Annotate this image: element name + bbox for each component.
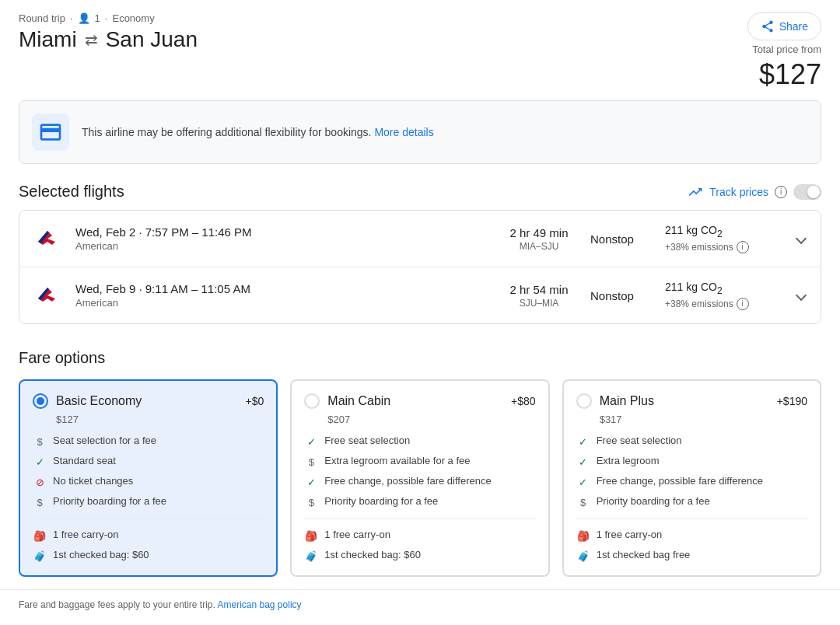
flight2-co2: 211 kg CO2 <box>665 281 782 296</box>
fare-feature: $ Priority boarding for a fee <box>576 495 807 509</box>
origin-city: Miami <box>19 27 77 52</box>
flight-info-1: Wed, Feb 2 · 7:57 PM – 11:46 PM American <box>75 225 488 252</box>
check-icon: ✓ <box>304 475 318 489</box>
chevron-down-icon <box>796 233 807 244</box>
track-prices-container: Track prices i <box>688 184 821 200</box>
share-button[interactable]: Share <box>747 12 821 40</box>
check-icon: ✓ <box>33 455 47 469</box>
feature-text: Priority boarding for a fee <box>597 495 710 507</box>
fare-header-main: Main Cabin +$80 <box>304 393 535 409</box>
feature-text: Extra legroom available for a fee <box>324 455 470 466</box>
fare-radio-main[interactable] <box>304 393 320 409</box>
fare-card-main-cabin[interactable]: Main Cabin +$80 $207 ✓ Free seat selecti… <box>290 379 549 577</box>
flight-row: Wed, Feb 2 · 7:57 PM – 11:46 PM American… <box>19 211 821 267</box>
fare-feature: ✓ Standard seat <box>33 455 264 469</box>
dollar-icon: $ <box>304 495 318 509</box>
fare-card-basic-economy[interactable]: Basic Economy +$0 $127 $ Seat selection … <box>19 379 278 577</box>
fare-radio-basic[interactable] <box>33 393 48 409</box>
feature-text: Free change, possible fare difference <box>324 475 491 487</box>
feature-text: Standard seat <box>53 455 116 466</box>
share-icon <box>761 19 775 33</box>
feature-text: Seat selection for a fee <box>53 435 156 446</box>
share-label: Share <box>779 20 808 33</box>
info-banner: This airline may be offering additional … <box>19 100 821 164</box>
flights-container: Wed, Feb 2 · 7:57 PM – 11:46 PM American… <box>19 210 821 324</box>
selected-flights-header: Selected flights Track prices i <box>0 176 840 210</box>
fare-divider <box>33 519 264 519</box>
suitcase-icon: 🧳 <box>304 549 318 563</box>
flexibility-icon <box>32 113 69 151</box>
carry-on-feature: 🎒 1 free carry-on <box>33 529 264 543</box>
flight2-departure: 9:11 AM <box>145 282 188 295</box>
flight2-emissions: 211 kg CO2 +38% emissions i <box>665 281 782 310</box>
fare-feature: ✓ Extra legroom <box>576 455 807 469</box>
carry-on-text: 1 free carry-on <box>53 529 119 540</box>
fare-features-basic: $ Seat selection for a fee ✓ Standard se… <box>33 435 264 509</box>
trip-route: Miami ⇄ San Juan <box>19 27 198 52</box>
header-left: Round trip · 👤 1 · Economy Miami ⇄ San J… <box>19 12 198 52</box>
feature-text: No ticket changes <box>53 475 133 487</box>
feature-text: Free seat selection <box>597 435 682 446</box>
track-prices-label: Track prices <box>709 186 768 198</box>
bag-policy-link[interactable]: American bag policy <box>218 599 302 610</box>
carry-on-text: 1 free carry-on <box>324 529 390 540</box>
check-icon: ✓ <box>576 435 590 449</box>
fare-price-plus: $317 <box>600 414 807 425</box>
fare-name-main: Main Cabin <box>327 394 503 408</box>
price-value: $127 <box>759 58 821 91</box>
fare-price-basic: $127 <box>56 414 264 425</box>
emissions-info-icon[interactable]: i <box>737 241 749 253</box>
flight1-emissions-pct: +38% emissions i <box>665 241 782 253</box>
flight1-stops: Nonstop <box>590 232 653 246</box>
baggage-section-plus: 🎒 1 free carry-on 🧳 1st checked bag free <box>576 529 807 563</box>
flight2-route: SJU–MIA <box>500 298 578 309</box>
trip-meta: Round trip · 👤 1 · Economy <box>19 12 198 24</box>
dollar-icon: $ <box>576 495 590 509</box>
fare-price-main: $207 <box>327 414 535 425</box>
track-prices-toggle[interactable] <box>793 184 821 200</box>
flight1-departure: 7:57 PM <box>145 225 189 239</box>
feature-text: Priority boarding for a fee <box>324 495 438 507</box>
dollar-icon: $ <box>33 495 47 509</box>
flight1-co2: 211 kg CO2 <box>665 224 782 239</box>
page-footer: Fare and baggage fees apply to your enti… <box>0 589 840 620</box>
fare-card-main-plus[interactable]: Main Plus +$190 $317 ✓ Free seat selecti… <box>562 379 821 577</box>
feature-text: Extra legroom <box>597 455 660 466</box>
feature-text: Free seat selection <box>324 435 410 446</box>
fare-diff-basic: +$0 <box>246 395 264 407</box>
check-icon: ✓ <box>304 435 318 449</box>
dollar-icon: $ <box>304 455 318 469</box>
footer-text: Fare and baggage fees apply to your enti… <box>19 599 215 610</box>
more-details-link[interactable]: More details <box>374 126 433 138</box>
airline-logo-2 <box>32 280 63 311</box>
emissions-info-icon-2[interactable]: i <box>737 298 749 310</box>
baggage-section-main: 🎒 1 free carry-on 🧳 1st checked bag: $60 <box>304 529 535 563</box>
flight1-arrival: 11:46 PM <box>201 225 251 239</box>
feature-text: Free change, possible fare difference <box>597 475 763 487</box>
fare-header-plus: Main Plus +$190 <box>576 393 807 409</box>
trending-icon <box>688 184 703 200</box>
checked-bag-text: 1st checked bag free <box>597 549 691 560</box>
fare-radio-plus[interactable] <box>576 393 592 409</box>
flight2-airline: American <box>75 297 488 309</box>
flight2-emissions-pct: +38% emissions i <box>665 298 782 310</box>
fare-features-main: ✓ Free seat selection $ Extra legroom av… <box>304 435 535 509</box>
flight1-emissions: 211 kg CO2 +38% emissions i <box>665 224 782 253</box>
fare-feature: $ Priority boarding for a fee <box>304 495 535 509</box>
cabin-class: Economy <box>112 12 154 24</box>
flight2-expand-button[interactable] <box>794 286 808 305</box>
fare-feature: ✓ Free seat selection <box>576 435 807 449</box>
suitcase-icon: 🧳 <box>33 549 47 563</box>
price-label: Total price from <box>752 44 821 55</box>
fare-features-plus: ✓ Free seat selection ✓ Extra legroom ✓ … <box>576 435 807 509</box>
bag-icon: 🎒 <box>576 529 590 543</box>
carry-on-feature: 🎒 1 free carry-on <box>576 529 807 543</box>
flight2-arrival: 11:05 AM <box>201 282 250 295</box>
check-icon: ✓ <box>576 475 590 489</box>
flight1-expand-button[interactable] <box>794 229 808 248</box>
passengers: 1 <box>95 12 100 24</box>
banner-main-text: This airline may be offering additional … <box>82 126 372 138</box>
fare-feature: ⊘ No ticket changes <box>33 475 264 489</box>
info-icon[interactable]: i <box>775 186 787 198</box>
bag-icon: 🎒 <box>304 529 318 543</box>
